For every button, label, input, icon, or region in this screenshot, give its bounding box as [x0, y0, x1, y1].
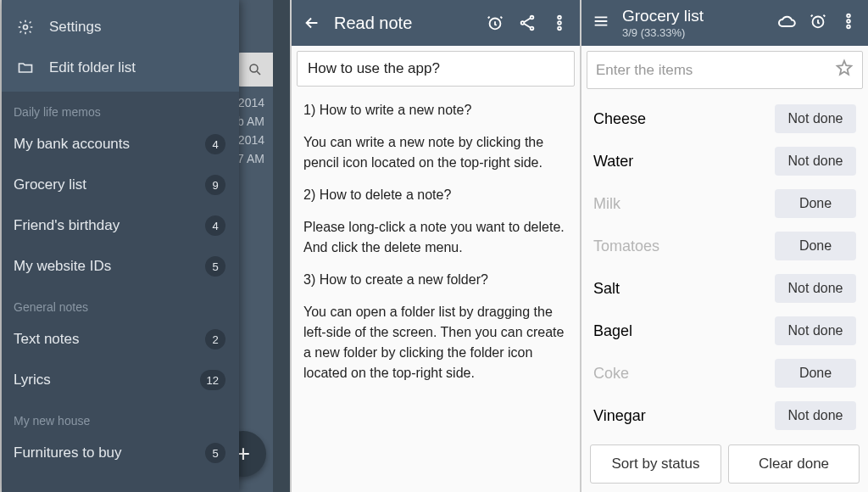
note-body: 1) How to write a new note?You can write…: [292, 92, 580, 404]
list-item[interactable]: BagelNot done: [581, 310, 868, 352]
svg-point-0: [250, 64, 258, 72]
grocery-subtitle: 3/9 (33.33%): [622, 26, 765, 40]
count-badge: 4: [205, 215, 225, 236]
item-name: Water: [593, 153, 633, 171]
note-title: How to use the app?: [297, 51, 575, 87]
more-icon[interactable]: [549, 13, 570, 33]
status-button[interactable]: Not done: [775, 401, 856, 430]
cloud-icon[interactable]: [776, 11, 797, 35]
folder-item[interactable]: Grocery list9: [2, 165, 239, 205]
entry-field[interactable]: Enter the items: [587, 51, 863, 89]
alarm-icon[interactable]: [485, 13, 505, 33]
count-badge: 12: [200, 370, 225, 390]
folder-item[interactable]: Friend's birthday4: [2, 205, 239, 246]
folder-label: My bank accounts: [14, 136, 130, 153]
svg-point-12: [847, 20, 850, 23]
page-title: Read note: [334, 14, 473, 33]
count-badge: 5: [205, 443, 225, 463]
search-icon[interactable]: [237, 53, 273, 87]
list-item[interactable]: TomatoesDone: [581, 225, 868, 267]
edit-folder-label: Edit folder list: [49, 59, 136, 76]
count-badge: 9: [205, 175, 225, 195]
svg-point-6: [531, 27, 534, 31]
folder-label: My website IDs: [14, 258, 111, 275]
folder-item[interactable]: My website IDs5: [2, 246, 239, 287]
settings-label: Settings: [49, 19, 101, 36]
section-title: My new house: [2, 400, 239, 433]
status-button[interactable]: Done: [775, 232, 856, 260]
svg-line-1: [257, 71, 260, 75]
count-badge: 4: [205, 134, 225, 154]
item-name: Vinegar: [593, 407, 646, 425]
list-item[interactable]: CheeseNot done: [581, 98, 868, 140]
item-name: Cheese: [593, 110, 646, 128]
section-title: General notes: [2, 287, 239, 319]
folder-label: Friend's birthday: [14, 217, 120, 234]
folder-item[interactable]: Text notes2: [2, 319, 239, 360]
sort-button[interactable]: Sort by status: [590, 444, 721, 484]
grocery-title: Grocery list: [622, 7, 765, 26]
bottom-buttons: Sort by status Clear done: [581, 436, 868, 492]
alarm-icon[interactable]: [809, 12, 827, 34]
panel-grocery-list: Grocery list 3/9 (33.33%) Enter the item…: [580, 0, 868, 492]
note-paragraph: You can write a new note by clicking the…: [303, 132, 568, 173]
panel-read-note: Read note How to use the app? 1) How to …: [290, 0, 580, 492]
section-title: Daily life memos: [2, 92, 239, 124]
count-badge: 5: [205, 256, 225, 277]
appbar-grocery: Grocery list 3/9 (33.33%): [581, 0, 868, 46]
list-item[interactable]: VinegarNot done: [581, 394, 868, 436]
status-button[interactable]: Not done: [775, 104, 856, 133]
svg-point-5: [521, 21, 525, 25]
entry-placeholder: Enter the items: [596, 62, 835, 79]
list-item[interactable]: MilkDone: [581, 182, 868, 225]
list-item[interactable]: WaterNot done: [581, 140, 868, 182]
item-name: Milk: [593, 195, 620, 213]
svg-point-7: [558, 16, 561, 20]
svg-point-2: [24, 25, 28, 30]
status-button[interactable]: Not done: [775, 274, 856, 303]
item-name: Bagel: [593, 322, 632, 340]
folder-label: Grocery list: [14, 176, 86, 193]
folder-label: Furnitures to buy: [14, 444, 122, 461]
title-block: Grocery list 3/9 (33.33%): [622, 7, 765, 39]
star-icon[interactable]: [835, 59, 854, 81]
list-item[interactable]: SaltNot done: [581, 267, 868, 310]
clear-button[interactable]: Clear done: [728, 444, 860, 484]
note-paragraph: You can open a folder list by dragging t…: [303, 302, 568, 383]
settings-row[interactable]: Settings: [2, 7, 239, 48]
folder-label: Lyrics: [14, 372, 51, 389]
count-badge: 2: [205, 329, 225, 349]
status-button[interactable]: Not done: [775, 316, 856, 345]
note-paragraph: Please long-click a note you want to del…: [303, 217, 568, 258]
item-name: Salt: [593, 280, 620, 298]
svg-point-13: [847, 25, 850, 29]
status-button[interactable]: Done: [775, 189, 856, 218]
gear-icon: [17, 19, 34, 36]
menu-icon[interactable]: [592, 12, 610, 34]
svg-point-8: [558, 21, 561, 25]
svg-point-9: [558, 27, 561, 31]
navigation-drawer: Settings Edit folder list Daily life mem…: [2, 0, 239, 492]
note-paragraph: 3) How to create a new folder?: [303, 270, 568, 290]
status-button[interactable]: Not done: [775, 147, 856, 176]
status-button[interactable]: Done: [775, 359, 856, 388]
more-icon[interactable]: [839, 12, 858, 34]
folder-item[interactable]: My bank accounts4: [2, 124, 239, 165]
items-list: CheeseNot doneWaterNot doneMilkDoneTomat…: [581, 94, 868, 436]
svg-point-11: [847, 14, 850, 18]
share-icon[interactable]: [517, 13, 537, 33]
folder-item[interactable]: Lyrics12: [2, 360, 239, 400]
back-icon[interactable]: [302, 13, 322, 33]
item-name: Tomatoes: [593, 238, 659, 255]
edit-folder-row[interactable]: Edit folder list: [2, 48, 239, 88]
svg-point-4: [531, 16, 534, 20]
list-item[interactable]: CokeDone: [581, 352, 868, 394]
note-paragraph: 1) How to write a new note?: [303, 100, 568, 120]
folder-item[interactable]: Furnitures to buy5: [2, 433, 239, 473]
folder-label: Text notes: [14, 331, 80, 348]
item-name: Coke: [593, 365, 629, 383]
drawer-header: Settings Edit folder list: [2, 0, 239, 92]
panel-drawer: 2014 b AM 2014 7 AM + Settings Edit fold…: [0, 0, 290, 492]
appbar-read-note: Read note: [292, 0, 580, 46]
folder-icon: [17, 59, 34, 76]
